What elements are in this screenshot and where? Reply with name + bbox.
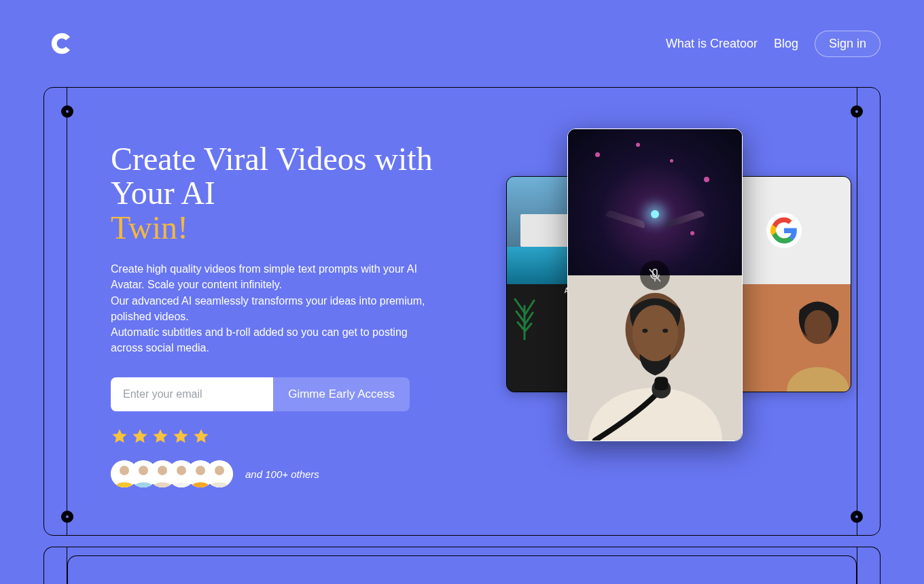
svg-point-18 — [642, 329, 647, 333]
avatar — [206, 460, 233, 487]
frame-dot-tl — [61, 105, 73, 118]
google-logo-icon — [766, 213, 802, 248]
logo-c-icon — [50, 32, 73, 55]
headline-main: Create Viral Videos with Your AI — [111, 141, 433, 211]
strip-vline-right — [857, 547, 857, 584]
avatar-stack — [111, 460, 233, 487]
frame-vline-left — [67, 88, 67, 535]
lower-panel-inner — [67, 555, 857, 584]
plant-icon — [511, 292, 538, 340]
sign-in-button[interactable]: Sign in — [815, 31, 881, 57]
logo[interactable] — [43, 27, 79, 60]
nav-link-what-is[interactable]: What is Creatoor — [666, 37, 758, 51]
star-icon — [192, 428, 210, 445]
nav-right: What is Creatoor Blog Sign in — [666, 31, 881, 57]
main-card-bottom — [568, 275, 742, 441]
top-nav: What is Creatoor Blog Sign in — [43, 27, 881, 60]
main-card-top — [568, 129, 742, 275]
right-person — [776, 296, 851, 392]
desc-line-1: Create high quality videos from simple t… — [111, 261, 437, 292]
email-input[interactable] — [111, 377, 273, 411]
svg-point-9 — [196, 466, 205, 475]
hero-headline: Create Viral Videos with Your AI Twin! — [111, 142, 464, 245]
frame-dot-tr — [851, 105, 863, 118]
social-proof: and 100+ others — [111, 460, 464, 487]
glow-core — [651, 210, 659, 218]
video-card-main[interactable] — [567, 128, 743, 441]
nav-link-blog[interactable]: Blog — [774, 37, 798, 51]
svg-point-17 — [633, 305, 679, 362]
mic-muted-icon[interactable] — [640, 260, 670, 290]
svg-point-19 — [662, 329, 668, 333]
star-icon — [131, 428, 149, 445]
svg-point-5 — [158, 466, 167, 475]
others-text: and 100+ others — [245, 468, 319, 480]
hero-copy: Create Viral Videos with Your AI Twin! C… — [111, 142, 464, 487]
frame-vline-right — [857, 88, 857, 535]
lower-panel — [43, 547, 881, 584]
main-person — [568, 275, 743, 441]
early-access-form: Gimme Early Access — [111, 377, 410, 411]
hero-panel: Create Viral Videos with Your AI Twin! C… — [43, 87, 881, 536]
star-rating — [111, 428, 464, 445]
desc-line-2: Our advanced AI seamlessly transforms yo… — [111, 293, 437, 324]
svg-point-1 — [120, 466, 129, 475]
headline-accent: Twin! — [111, 209, 188, 245]
svg-point-14 — [804, 310, 832, 343]
frame-dot-br — [851, 511, 863, 523]
desc-line-3: Automatic subtitles and b-roll added so … — [111, 324, 437, 356]
svg-rect-21 — [654, 377, 668, 390]
svg-point-3 — [139, 466, 148, 475]
star-icon — [111, 428, 128, 445]
star-icon — [172, 428, 190, 445]
early-access-button[interactable]: Gimme Early Access — [273, 377, 410, 411]
frame-dot-bl — [61, 511, 73, 523]
star-icon — [152, 428, 169, 445]
hero-description: Create high quality videos from simple t… — [111, 261, 437, 356]
svg-point-7 — [177, 466, 186, 475]
video-gallery: A KIN — [506, 128, 851, 496]
svg-point-11 — [215, 466, 224, 475]
